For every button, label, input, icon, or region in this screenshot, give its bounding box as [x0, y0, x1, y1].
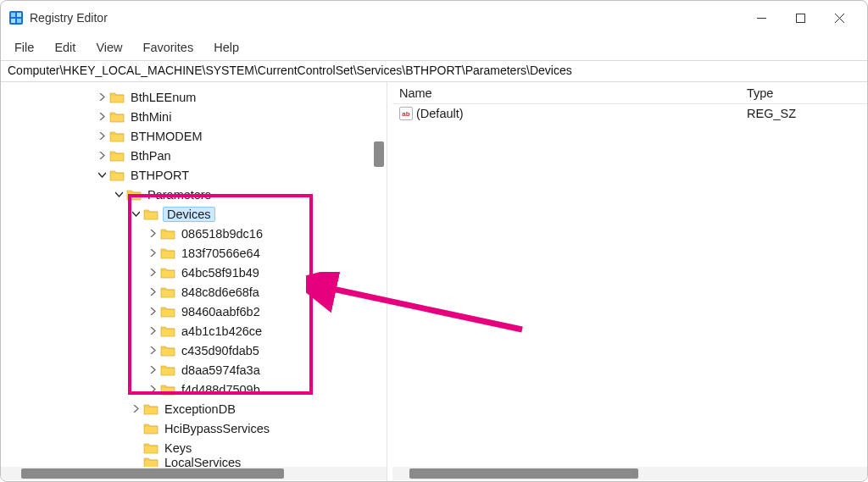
- folder-icon: [109, 150, 125, 162]
- chevron-right-icon[interactable]: [96, 150, 108, 162]
- folder-icon: [160, 228, 175, 240]
- chevron-right-icon[interactable]: [147, 267, 159, 279]
- tree-item[interactable]: f4d488d7509b: [1, 380, 387, 399]
- svg-rect-3: [11, 19, 15, 23]
- tree-item[interactable]: BthMini: [1, 107, 387, 126]
- chevron-down-icon[interactable]: [113, 189, 125, 201]
- tree-item-label: Keys: [163, 441, 193, 455]
- col-type[interactable]: Type: [740, 84, 867, 102]
- svg-rect-2: [17, 13, 21, 17]
- folder-icon: [160, 247, 175, 259]
- folder-icon: [126, 189, 142, 201]
- chevron-right-icon[interactable]: [147, 325, 159, 337]
- tree-view[interactable]: BthLEEnumBthMiniBTHMODEMBthPanBTHPORTPar…: [1, 82, 387, 468]
- chevron-right-icon[interactable]: [147, 384, 159, 396]
- menu-help[interactable]: Help: [205, 37, 248, 58]
- folder-icon: [160, 306, 175, 318]
- tree-item-label: c435d90fdab5: [180, 344, 261, 357]
- tree-item-label: BTHMODEM: [129, 130, 204, 143]
- folder-icon: [109, 111, 125, 123]
- tree-item[interactable]: Parameters: [1, 185, 387, 204]
- tree-item[interactable]: c435d90fdab5: [1, 341, 387, 360]
- list-header: Name Type: [392, 82, 867, 104]
- app-icon: [9, 11, 23, 25]
- tree-item[interactable]: Keys: [1, 438, 387, 457]
- tree-item[interactable]: BTHMODEM: [1, 126, 387, 146]
- folder-icon: [160, 286, 175, 298]
- chevron-down-icon[interactable]: [130, 208, 142, 220]
- maximize-button[interactable]: [781, 1, 820, 35]
- folder-icon: [160, 364, 175, 376]
- tree-item-label: BthLEEnum: [129, 91, 198, 104]
- menu-edit[interactable]: Edit: [46, 37, 84, 58]
- tree-item-label: f4d488d7509b: [180, 383, 262, 396]
- tree-item[interactable]: 98460aabf6b2: [1, 302, 387, 321]
- chevron-right-icon[interactable]: [130, 403, 142, 415]
- value-type: REG_SZ: [740, 107, 867, 120]
- svg-rect-4: [17, 19, 21, 23]
- folder-icon: [143, 403, 159, 415]
- tree-item[interactable]: BTHPORT: [1, 165, 387, 185]
- folder-icon: [160, 267, 175, 279]
- tree-item-label: 98460aabf6b2: [180, 305, 262, 319]
- tree-h-scrollbar-thumb[interactable]: [21, 468, 284, 479]
- title-bar: Registry Editor: [1, 1, 867, 35]
- folder-icon: [143, 208, 159, 220]
- tree-item-label: 183f70566e64: [180, 247, 262, 260]
- tree-item[interactable]: BthPan: [1, 146, 387, 165]
- close-button[interactable]: [820, 1, 859, 35]
- tree-item-label: ExceptionDB: [163, 402, 237, 416]
- menu-file[interactable]: File: [6, 37, 42, 58]
- chevron-right-icon[interactable]: [147, 286, 159, 298]
- tree-item-label: BthMini: [129, 110, 173, 124]
- folder-icon: [143, 442, 159, 454]
- content-area: BthLEEnumBthMiniBTHMODEMBthPanBTHPORTPar…: [1, 82, 867, 481]
- tree-item[interactable]: d8aa5974fa3a: [1, 360, 387, 380]
- tree-item[interactable]: Devices: [1, 204, 387, 224]
- tree-item[interactable]: BthLEEnum: [1, 87, 387, 107]
- folder-icon: [109, 91, 125, 103]
- tree-item-label: BTHPORT: [129, 169, 191, 182]
- chevron-right-icon[interactable]: [147, 364, 159, 376]
- tree-item[interactable]: 64bc58f91b49: [1, 263, 387, 282]
- tree-item-label: Devices: [163, 207, 215, 222]
- tree-item[interactable]: ExceptionDB: [1, 399, 387, 418]
- chevron-right-icon[interactable]: [96, 91, 108, 103]
- chevron-none-icon: [130, 423, 142, 435]
- col-name[interactable]: Name: [392, 84, 740, 102]
- menu-bar: File Edit View Favorites Help: [1, 35, 867, 60]
- tree-item[interactable]: 086518b9dc16: [1, 224, 387, 243]
- tree-v-scrollbar-thumb[interactable]: [374, 141, 384, 167]
- menu-view[interactable]: View: [87, 37, 131, 58]
- list-h-scrollbar-thumb[interactable]: [409, 468, 638, 479]
- address-bar[interactable]: Computer\HKEY_LOCAL_MACHINE\SYSTEM\Curre…: [1, 60, 867, 82]
- chevron-down-icon[interactable]: [96, 169, 108, 181]
- menu-favorites[interactable]: Favorites: [135, 37, 203, 58]
- folder-icon: [109, 169, 125, 181]
- list-row[interactable]: ab(Default)REG_SZ: [392, 104, 867, 123]
- chevron-right-icon[interactable]: [96, 111, 108, 123]
- tree-item[interactable]: 183f70566e64: [1, 243, 387, 263]
- tree-item[interactable]: 848c8d6e68fa: [1, 282, 387, 302]
- tree-item-label: 64bc58f91b49: [180, 266, 261, 280]
- folder-icon: [160, 345, 175, 357]
- chevron-right-icon[interactable]: [147, 345, 159, 357]
- tree-item[interactable]: a4b1c1b426ce: [1, 321, 387, 341]
- chevron-none-icon: [130, 442, 142, 454]
- svg-rect-6: [796, 14, 804, 22]
- folder-icon: [109, 130, 125, 142]
- tree-item-label: 848c8d6e68fa: [180, 285, 261, 299]
- value-name: (Default): [416, 107, 464, 120]
- chevron-right-icon[interactable]: [147, 247, 159, 259]
- minimize-button[interactable]: [742, 1, 781, 35]
- tree-item-label: Parameters: [146, 188, 213, 202]
- tree-item-label: a4b1c1b426ce: [180, 324, 264, 338]
- tree-item-label: d8aa5974fa3a: [180, 363, 262, 377]
- chevron-right-icon[interactable]: [96, 130, 108, 142]
- chevron-right-icon[interactable]: [147, 306, 159, 318]
- chevron-right-icon[interactable]: [147, 228, 159, 240]
- svg-rect-1: [11, 13, 15, 17]
- tree-item[interactable]: HciBypassServices: [1, 418, 387, 438]
- tree-item-label: BthPan: [129, 149, 173, 163]
- tree-pane: BthLEEnumBthMiniBTHMODEMBthPanBTHPORTPar…: [1, 82, 387, 481]
